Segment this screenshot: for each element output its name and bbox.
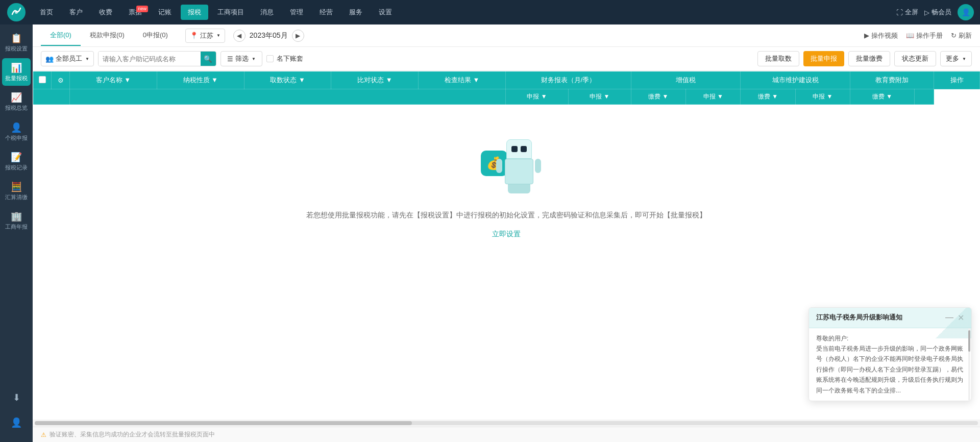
tab-zero-declare[interactable]: 0申报(0) <box>134 26 177 46</box>
batch-fetch-btn[interactable]: 批量取数 <box>757 51 799 66</box>
col-operations: 操作 <box>934 71 980 89</box>
scroll-track <box>35 421 978 425</box>
horizontal-scrollbar[interactable] <box>33 420 980 427</box>
nav-invoice[interactable]: 票据 new <box>121 5 149 20</box>
sidebar: 📋 报税设置 📊 批量报税 📈 报税总览 👤 个税申报 📝 报税记录 🧮 汇算清… <box>0 24 33 442</box>
status-text: 验证账密、采集信息均成功的企业才会流转至批量报税页面中 <box>50 430 215 439</box>
setup-link[interactable]: 立即设置 <box>492 230 521 239</box>
download-icon: ⬇ <box>13 392 20 403</box>
settings-header[interactable]: ⚙ <box>52 71 70 89</box>
nav-billing[interactable]: 收费 <box>92 5 119 20</box>
filter-icon: ☰ <box>227 55 233 63</box>
col-vat: 增值税 <box>631 71 741 89</box>
sidebar-item-settlement[interactable]: 🧮 汇算清缴 <box>2 177 31 205</box>
personal-tax-icon: 👤 <box>11 122 22 133</box>
col-fetch-status: 取数状态 ▼ <box>244 71 331 89</box>
member-btn[interactable]: ▷ 畅会员 <box>924 8 951 17</box>
search-button[interactable]: 🔍 <box>201 51 216 66</box>
sidebar-label-personal-tax: 个税申报 <box>5 135 28 141</box>
search-input[interactable] <box>99 52 201 66</box>
province-selector[interactable]: 📍 江苏 ▼ <box>185 29 225 43</box>
col-compare-status: 比对状态 ▼ <box>331 71 419 89</box>
sub-header-empty2 <box>70 89 506 105</box>
batch-declare-btn[interactable]: 批量申报 <box>803 51 844 66</box>
sub-account-checkbox-label[interactable]: 名下账套 <box>266 54 303 63</box>
location-icon: 📍 <box>190 32 198 39</box>
nav-home[interactable]: 首页 <box>33 5 60 20</box>
prev-month-btn[interactable]: ◀ <box>233 30 246 42</box>
nav-tax[interactable]: 报税 <box>181 5 208 20</box>
col-tax-nature: 纳税性质 ▼ <box>157 71 244 89</box>
sub-account-checkbox[interactable] <box>266 55 274 62</box>
nav-message[interactable]: 消息 <box>253 5 281 20</box>
video-icon: ▶ <box>864 32 869 39</box>
nav-menu: 首页 客户 收费 票据 new 记账 报税 工商项目 消息 管理 经营 服务 设… <box>33 5 896 20</box>
sidebar-item-annual-report[interactable]: 🏢 工商年报 <box>2 207 31 234</box>
batch-tax-icon: 📊 <box>11 62 22 73</box>
nav-business[interactable]: 工商项目 <box>210 5 251 20</box>
province-label: 江苏 <box>200 31 213 40</box>
sub-tabs-bar: 全部(0) 税款申报(0) 0申报(0) 📍 江苏 ▼ ◀ 2023年05月 ▶… <box>33 24 980 47</box>
sidebar-label-batch-tax: 批量报税 <box>5 75 28 82</box>
sub-col-vat-pay: 缴费 ▼ <box>631 89 685 105</box>
employee-filter[interactable]: 👥 全部员工 ▼ <box>41 51 94 66</box>
fullscreen-icon: ⛶ <box>896 9 903 16</box>
filter-button[interactable]: ☰ 筛选 ▼ <box>220 51 262 66</box>
status-update-btn[interactable]: 状态更新 <box>894 51 936 66</box>
play-icon: ▷ <box>924 9 929 16</box>
sidebar-download[interactable]: ⬇ <box>2 388 31 409</box>
empty-state-text: 若您想使用批量报税功能，请先在【报税设置】中进行报税的初始化设置，完成密码验证和… <box>306 209 706 222</box>
month-navigation: ◀ 2023年05月 ▶ <box>233 30 304 42</box>
search-box: 🔍 <box>98 51 216 66</box>
avatar[interactable]: 👤 <box>958 4 974 20</box>
toolbar-right: 批量取数 批量申报 批量缴费 状态更新 更多 ▼ <box>757 51 972 66</box>
current-month: 2023年05月 <box>250 31 288 40</box>
video-btn[interactable]: ▶ 操作视频 <box>864 31 898 40</box>
sub-col-edu-declare: 申报 ▼ <box>795 89 850 105</box>
employee-dropdown-icon: ▼ <box>85 57 89 61</box>
nav-accounting[interactable]: 记账 <box>151 5 179 20</box>
refresh-icon: ↻ <box>951 32 957 39</box>
sub-tabs-right-buttons: ▶ 操作视频 📖 操作手册 ↻ 刷新 <box>864 31 972 40</box>
col-urban-tax: 城市维护建设税 <box>741 71 850 89</box>
tax-overview-icon: 📈 <box>11 92 22 103</box>
more-dropdown-icon: ▼ <box>962 57 966 61</box>
top-navigation: 首页 客户 收费 票据 new 记账 报税 工商项目 消息 管理 经营 服务 设… <box>0 0 980 24</box>
notification-scrollbar[interactable] <box>968 328 970 401</box>
sidebar-user[interactable]: 👤 <box>2 413 31 434</box>
sidebar-label-tax-overview: 报税总览 <box>5 105 28 111</box>
next-month-btn[interactable]: ▶ <box>292 30 304 42</box>
sub-col-urban-declare: 申报 ▼ <box>686 89 741 105</box>
employee-filter-icon: 👥 <box>45 55 54 63</box>
fullscreen-btn[interactable]: ⛶ 全屏 <box>896 8 918 17</box>
data-table: ⚙ 客户名称 ▼ 纳税性质 ▼ 取数状态 ▼ 比对状态 ▼ 检查结果 ▼ <box>33 71 980 259</box>
manual-btn[interactable]: 📖 操作手册 <box>906 31 943 40</box>
checkbox-header[interactable] <box>33 71 52 89</box>
tab-all[interactable]: 全部(0) <box>41 26 81 46</box>
nav-operate[interactable]: 经营 <box>312 5 340 20</box>
tab-tax-declare[interactable]: 税款申报(0) <box>81 26 134 46</box>
sidebar-label-annual-report: 工商年报 <box>5 224 28 230</box>
batch-pay-btn[interactable]: 批量缴费 <box>848 51 890 66</box>
nav-service[interactable]: 服务 <box>342 5 370 20</box>
empty-state-row: 💰 <box>33 105 980 260</box>
sidebar-item-tax-overview[interactable]: 📈 报税总览 <box>2 88 31 115</box>
sub-col-edu-pay: 缴费 ▼ <box>850 89 915 105</box>
chevron-down-icon: ▼ <box>216 33 220 38</box>
nav-settings[interactable]: 设置 <box>372 5 399 20</box>
sidebar-item-batch-tax[interactable]: 📊 批量报税 <box>2 58 31 86</box>
nav-customer[interactable]: 客户 <box>62 5 90 20</box>
new-badge: new <box>136 6 148 12</box>
sidebar-label-tax-settings: 报税设置 <box>5 45 28 52</box>
sidebar-bottom: ⬇ 👤 <box>2 388 31 442</box>
refresh-btn[interactable]: ↻ 刷新 <box>951 31 972 40</box>
scroll-thumb[interactable] <box>35 421 412 425</box>
filter-dropdown-icon: ▼ <box>252 57 256 61</box>
more-btn[interactable]: 更多 ▼ <box>940 51 972 66</box>
sidebar-item-personal-tax[interactable]: 👤 个税申报 <box>2 118 31 145</box>
sidebar-item-tax-records[interactable]: 📝 报税记录 <box>2 148 31 175</box>
app-logo[interactable] <box>6 2 27 22</box>
nav-manage[interactable]: 管理 <box>283 5 310 20</box>
sidebar-item-tax-settings[interactable]: 📋 报税设置 <box>2 29 31 56</box>
sub-col-urban-pay: 缴费 ▼ <box>741 89 795 105</box>
